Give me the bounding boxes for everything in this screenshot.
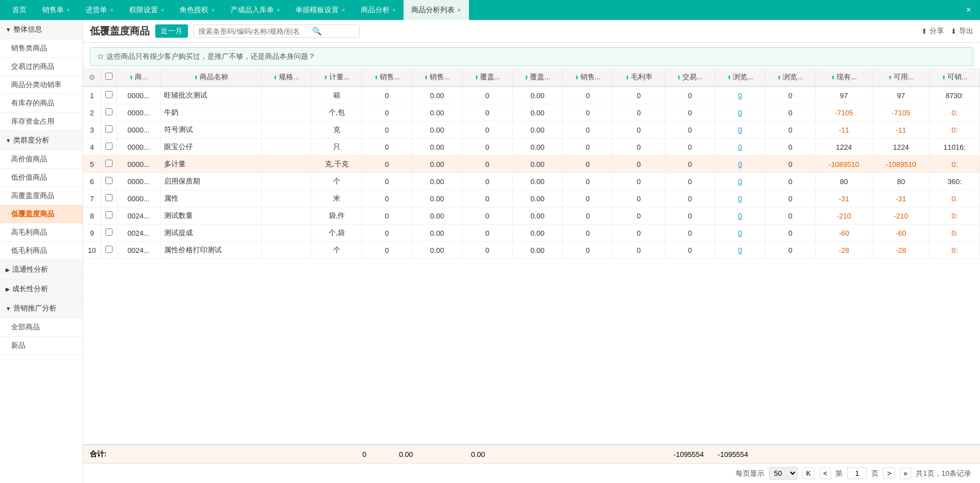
page-label: 第 [835,469,843,479]
sidebar-item-low-value[interactable]: 低价值商品 [0,169,83,187]
row-code: 0024... [116,242,161,259]
pagination-bar: 每页显示 20 50 100 K < 第 页 > » 共1页，10条记录 [83,463,980,483]
row-browse1[interactable]: 0 [715,242,765,259]
row-checkbox[interactable] [101,207,116,225]
sidebar-item-high-coverage[interactable]: 高覆盖度商品 [0,187,83,205]
row-browse1[interactable]: 0 [715,156,765,173]
row-checkbox[interactable] [101,173,116,190]
select-all-checkbox[interactable] [105,73,113,80]
row-unit: 只 [312,139,362,156]
sidebar-item-category-rate[interactable]: 商品分类动销率 [0,76,83,94]
export-button[interactable]: ⬇ 导出 [951,26,973,36]
row-unit: 袋,件 [312,207,362,225]
row-code: 0024... [116,225,161,242]
row-sellable: 0: [930,121,980,139]
first-page-btn[interactable]: K [802,467,815,479]
row-transaction: 0 [665,242,715,259]
row-browse1[interactable]: 0 [715,139,765,156]
nav-product-in-close[interactable]: × [277,7,280,13]
period-button[interactable]: 近一月 [155,24,188,38]
nav-role[interactable]: 角色授权 × [172,0,222,20]
nav-template-close[interactable]: × [341,7,345,13]
share-button[interactable]: ⬆ 分享 [921,26,944,36]
col-settings[interactable]: ⚙ [83,68,101,87]
row-checkbox[interactable] [101,225,116,242]
row-cov2: 0.00 [512,242,563,259]
row-code: 0000... [116,173,161,190]
row-browse1[interactable]: 0 [715,104,765,121]
page-unit: 页 [871,469,879,479]
sidebar-item-stocked-goods[interactable]: 有库存的商品 [0,94,83,113]
sidebar-item-stock-capital[interactable]: 库存资金占用 [0,113,83,131]
row-cov2: 0.00 [512,173,563,190]
row-sales3: 0 [563,173,613,190]
nav-role-close[interactable]: × [211,7,215,13]
row-checkbox[interactable] [101,121,116,139]
marketing-arrow: ▼ [6,306,11,312]
nav-home[interactable]: 首页 [4,0,34,20]
row-checkbox[interactable] [101,190,116,207]
row-browse1[interactable]: 0 [715,207,765,225]
row-unit: 个,包 [312,104,362,121]
search-input[interactable] [198,27,309,35]
sidebar-item-traded-goods[interactable]: 交易过的商品 [0,58,83,76]
growth-arrow: ▶ [6,286,10,292]
sidebar-item-high-value[interactable]: 高价值商品 [0,150,83,169]
page-size-select[interactable]: 20 50 100 [769,467,798,480]
row-cov1: 0 [462,87,513,104]
last-page-btn[interactable]: » [900,467,911,479]
nav-template[interactable]: 单据模板设置 × [288,0,353,20]
row-sales3: 0 [563,156,613,173]
sidebar-item-low-coverage[interactable]: 低覆盖度商品 [0,205,83,223]
table-row: 7 0000... 属性 米 0 0.00 0 0.00 0 0 0 0 0 -… [83,190,980,207]
col-gross-margin: ⬆毛利率 [613,68,665,87]
row-browse1[interactable]: 0 [715,121,765,139]
nav-close-all[interactable]: × [962,5,976,15]
row-checkbox[interactable] [101,139,116,156]
nav-product-analysis-close[interactable]: × [392,7,396,13]
sidebar-item-high-margin[interactable]: 高毛利商品 [0,223,83,242]
nav-product-analysis[interactable]: 商品分析 × [353,0,404,20]
prev-page-btn[interactable]: < [819,467,831,479]
nav-sales[interactable]: 销售单 × [34,0,78,20]
sidebar-collapse-btn[interactable]: « [83,176,83,199]
sidebar-item-all-goods[interactable]: 全部商品 [0,318,83,337]
sidebar-section-marketing[interactable]: ▼ 营销推广分析 [0,299,83,318]
nav-permission[interactable]: 权限设置 × [121,0,172,20]
sidebar-item-sales-goods[interactable]: 销售类商品 [0,39,83,58]
col-checkbox[interactable] [101,68,116,87]
row-browse1[interactable]: 0 [715,225,765,242]
nav-product-in[interactable]: 产成品入库单 × [223,0,288,20]
row-browse1[interactable]: 0 [715,190,765,207]
row-current: -1089510 [815,156,872,173]
row-checkbox[interactable] [101,104,116,121]
sidebar-section-cluster[interactable]: ▼ 类群度分析 [0,131,83,150]
nav-analysis-list[interactable]: 商品分析列表 × [404,0,468,20]
row-checkbox[interactable] [101,242,116,259]
row-browse1[interactable]: 0 [715,173,765,190]
sidebar-item-low-margin[interactable]: 低毛利商品 [0,242,83,260]
sidebar-section-overall[interactable]: ▼ 整体信息 [0,20,83,39]
sidebar-section-growth[interactable]: ▶ 成长性分析 [0,279,83,299]
search-icon[interactable]: 🔍 [312,27,321,35]
row-current: -28 [815,242,872,259]
row-sales3: 0 [563,190,613,207]
sidebar-item-new-goods[interactable]: 新品 [0,337,83,355]
row-gross-margin: 0 [613,190,665,207]
row-cov2: 0.00 [512,104,563,121]
nav-purchase-close[interactable]: × [110,7,113,13]
nav-sales-close[interactable]: × [67,7,70,13]
nav-permission-close[interactable]: × [161,7,164,13]
nav-purchase[interactable]: 进货单 × [78,0,121,20]
col-unit: ⬆计量... [312,68,362,87]
page-number-input[interactable] [847,467,867,479]
sidebar: « ▼ 整体信息 销售类商品 交易过的商品 商品分类动销率 有库存的商品 库存资… [0,20,83,483]
next-page-btn[interactable]: > [883,467,895,479]
sidebar-section-circulation[interactable]: ▶ 流通性分析 [0,260,83,279]
table-row: 10 0024... 属性价格打印测试 个 0 0.00 0 0.00 0 0 … [83,242,980,259]
row-browse1[interactable]: 0 [715,87,765,104]
row-unit: 箱 [312,87,362,104]
row-checkbox[interactable] [101,156,116,173]
row-checkbox[interactable] [101,87,116,104]
nav-analysis-list-close[interactable]: × [457,7,461,13]
